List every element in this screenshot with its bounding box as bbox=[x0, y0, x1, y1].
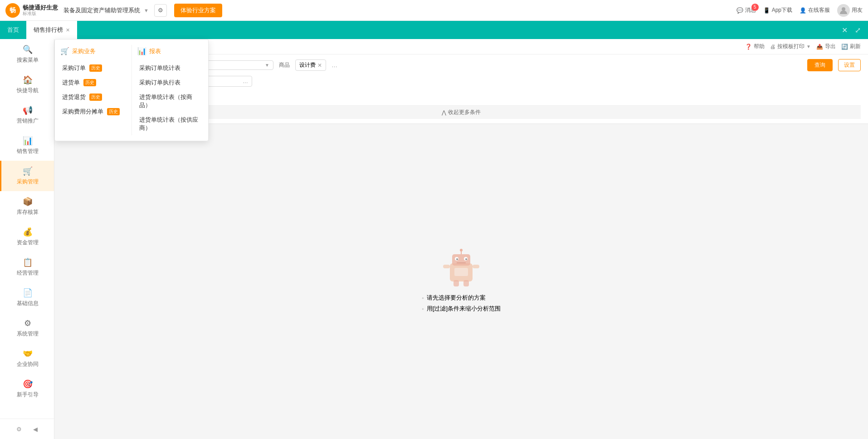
sidebar-label-purchase: 采购管理 bbox=[17, 178, 39, 186]
sidebar-item-guide[interactable]: 🎯 新手引导 bbox=[0, 374, 54, 404]
system-icon: ⚙ bbox=[24, 318, 31, 328]
purchase-header-icon: 🛒 bbox=[60, 47, 69, 55]
report-header-icon: 📊 bbox=[137, 47, 146, 55]
sidebar-settings-btn[interactable]: ⚙ bbox=[13, 423, 25, 435]
export-action[interactable]: 📤 导出 bbox=[816, 43, 836, 50]
refresh-action[interactable]: 🔄 刷新 bbox=[841, 43, 861, 50]
dropdown-purchase-header-label: 采购业务 bbox=[72, 47, 96, 55]
sidebar-label-quick-nav: 快捷导航 bbox=[17, 87, 39, 94]
dropdown-report-header-label: 报表 bbox=[149, 47, 161, 55]
sidebar-item-sales[interactable]: 📊 销售管理 bbox=[0, 130, 54, 161]
doc-status-select[interactable]: ▼ bbox=[205, 60, 273, 70]
header-settings-icon[interactable]: ⚙ bbox=[154, 4, 167, 17]
goods-tag-value: 设计费 bbox=[299, 61, 316, 69]
doc-status-dropdown-icon: ▼ bbox=[265, 63, 269, 68]
svg-rect-13 bbox=[463, 280, 469, 286]
system-title-dropdown-icon[interactable]: ▼ bbox=[144, 8, 149, 13]
dropdown-item-expense[interactable]: 采购费用分摊单 历史 bbox=[60, 104, 126, 119]
dropdown-item-po-stats[interactable]: 采购订单统计表 bbox=[137, 61, 203, 75]
goods-tag: 设计费 ✕ bbox=[295, 59, 326, 71]
dropdown-item-po-exec[interactable]: 采购订单执行表 bbox=[137, 75, 203, 90]
message-badge: 5 bbox=[751, 4, 759, 11]
dropdown-col-report: 📊 报表 采购订单统计表 采购订单执行表 进货单统计表（按商品） 进货单统计表（… bbox=[132, 45, 209, 135]
app-download-item[interactable]: 📱 App下载 bbox=[763, 6, 792, 14]
dropdown-item-receive[interactable]: 进货单 历史 bbox=[60, 75, 126, 90]
dropdown-item-po[interactable]: 采购订单 历史 bbox=[60, 61, 126, 75]
dropdown-item-po-stats-label: 采购订单统计表 bbox=[139, 64, 180, 72]
dropdown-item-receive-by-goods-label: 进货单统计表（按商品） bbox=[139, 93, 201, 109]
tab-bar-controls: ✕ ⤢ bbox=[834, 24, 868, 36]
tab-maximize-icon[interactable]: ⤢ bbox=[853, 24, 863, 36]
empty-robot-icon bbox=[439, 247, 484, 288]
sidebar-label-sales: 销售管理 bbox=[17, 148, 39, 155]
dropdown-purchase-header: 🛒 采购业务 bbox=[60, 45, 126, 59]
sidebar-item-search[interactable]: 🔍 搜索菜单 bbox=[0, 39, 54, 69]
tab-close-icon[interactable]: ✕ bbox=[66, 27, 70, 33]
sidebar-item-quick-nav[interactable]: 🏠 快捷导航 bbox=[0, 69, 54, 100]
sidebar-item-marketing[interactable]: 📢 营销推广 bbox=[0, 100, 54, 130]
svg-point-9 bbox=[460, 249, 463, 252]
dropdown-item-expense-history-badge: 历史 bbox=[107, 108, 120, 115]
sidebar-item-enterprise[interactable]: 🤝 企业协同 bbox=[0, 343, 54, 374]
tab-home[interactable]: 首页 bbox=[0, 21, 26, 39]
header-right: 💬 消息 5 📱 App下载 👤 在线客服 用友 bbox=[736, 4, 863, 17]
sidebar-label-enterprise: 企业协同 bbox=[17, 360, 39, 368]
collapse-up-icon: ⋀ bbox=[442, 109, 446, 116]
goods-more-icon[interactable]: … bbox=[332, 62, 337, 69]
goods-tag-close-icon[interactable]: ✕ bbox=[317, 62, 322, 69]
filter-settings-btn[interactable]: 设置 bbox=[838, 59, 861, 71]
sidebar-collapse-btn[interactable]: ◀ bbox=[29, 423, 42, 435]
empty-state: 请先选择要分析的方案 用[过滤]条件来缩小分析范围 bbox=[54, 124, 868, 439]
sidebar-label-system: 系统管理 bbox=[17, 330, 39, 338]
inventory-icon: 📦 bbox=[23, 197, 33, 207]
system-title-area: 装备及固定资产辅助管理系统 ▼ ⚙ 体验行业方案 bbox=[63, 4, 736, 17]
dropdown-item-return[interactable]: 进货退货 历史 bbox=[60, 90, 126, 104]
purchase-dropdown-menu: 🛒 采购业务 采购订单 历史 进货单 历史 进货退货 历史 采购费用分摊单 历史 bbox=[54, 39, 209, 141]
sidebar-item-purchase[interactable]: 🛒 采购管理 bbox=[0, 161, 54, 191]
industry-btn[interactable]: 体验行业方案 bbox=[174, 4, 222, 17]
print-dropdown-icon[interactable]: ▼ bbox=[806, 44, 811, 49]
export-label: 导出 bbox=[825, 43, 836, 50]
sidebar-label-guide: 新手引导 bbox=[17, 391, 39, 399]
user-item[interactable]: 用友 bbox=[837, 4, 863, 17]
tab-sales-ranking[interactable]: 销售排行榜 ✕ bbox=[26, 21, 77, 39]
tab-close-all-icon[interactable]: ✕ bbox=[840, 24, 849, 36]
dropdown-item-return-label: 进货退货 bbox=[62, 93, 86, 101]
salesperson-more-icon[interactable]: … bbox=[243, 78, 248, 84]
sidebar-item-basic-info[interactable]: 📄 基础信息 bbox=[0, 282, 54, 313]
tab-home-label: 首页 bbox=[7, 26, 19, 34]
home-icon: 🏠 bbox=[23, 75, 33, 85]
online-service-item[interactable]: 👤 在线客服 bbox=[800, 6, 830, 14]
system-title: 装备及固定资产辅助管理系统 bbox=[63, 6, 140, 15]
dropdown-item-receive-by-supplier[interactable]: 进货单统计表（按供应商） bbox=[137, 113, 203, 135]
svg-point-0 bbox=[842, 7, 845, 11]
print-label: 按模板打印 bbox=[777, 43, 805, 50]
dropdown-report-header: 📊 报表 bbox=[137, 45, 203, 59]
dropdown-item-po-label: 采购订单 bbox=[62, 64, 86, 72]
operations-icon: 📋 bbox=[23, 257, 33, 267]
marketing-icon: 📢 bbox=[23, 105, 33, 115]
empty-hint-1-text: 请先选择要分析的方案 bbox=[427, 294, 486, 302]
sidebar-bottom: ⚙ ◀ bbox=[0, 419, 54, 439]
svg-rect-10 bbox=[443, 265, 450, 268]
tab-bar: 首页 销售排行榜 ✕ ✕ ⤢ bbox=[0, 21, 868, 39]
online-service-label: 在线客服 bbox=[808, 6, 830, 14]
help-action[interactable]: ❓ 帮助 bbox=[745, 43, 765, 50]
sidebar-item-inventory[interactable]: 📦 库存核算 bbox=[0, 191, 54, 222]
collapse-label: 收起更多条件 bbox=[448, 109, 481, 116]
query-btn[interactable]: 查询 bbox=[807, 59, 833, 71]
export-icon: 📤 bbox=[816, 44, 823, 50]
print-action[interactable]: 🖨 按模板打印 ▼ bbox=[770, 43, 811, 50]
help-icon: ❓ bbox=[745, 44, 752, 50]
sidebar-item-funds[interactable]: 💰 资金管理 bbox=[0, 222, 54, 252]
guide-icon: 🎯 bbox=[23, 379, 33, 389]
empty-hint-2: 用[过滤]条件来缩小分析范围 bbox=[422, 305, 501, 313]
sidebar-label-operations: 经营管理 bbox=[17, 269, 39, 277]
refresh-icon: 🔄 bbox=[841, 44, 848, 50]
message-item[interactable]: 💬 消息 5 bbox=[736, 6, 756, 14]
sidebar-label-inventory: 库存核算 bbox=[17, 208, 39, 216]
sidebar-item-operations[interactable]: 📋 经营管理 bbox=[0, 252, 54, 282]
dropdown-item-receive-by-goods[interactable]: 进货单统计表（按商品） bbox=[137, 90, 203, 113]
sales-icon: 📊 bbox=[23, 136, 33, 146]
sidebar-item-system[interactable]: ⚙ 系统管理 bbox=[0, 313, 54, 343]
